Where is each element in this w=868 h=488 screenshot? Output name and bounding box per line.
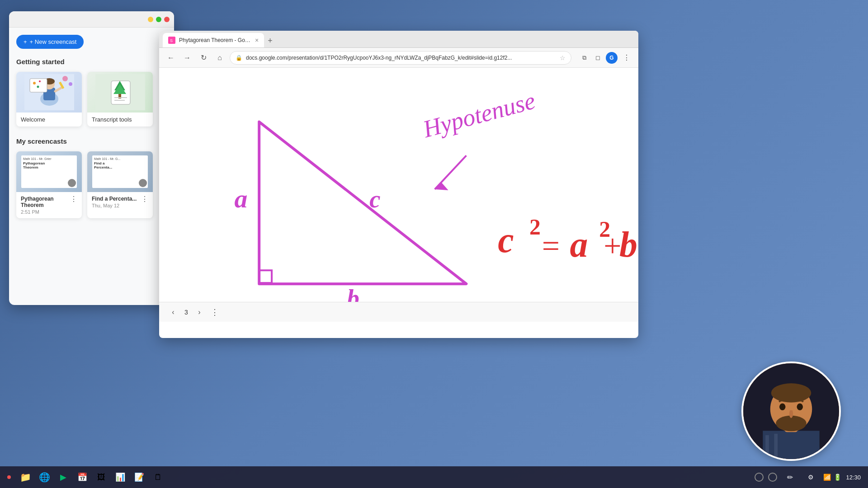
getting-started-title: Getting started	[16, 58, 167, 66]
pythagorean-menu-button[interactable]: ⋮	[70, 196, 77, 203]
webcam-overlay	[741, 361, 841, 461]
svg-point-47	[771, 383, 811, 402]
browser-tab-bar: S Phytagorean Theorem - Google × +	[159, 31, 638, 48]
svg-point-49	[779, 404, 785, 410]
screencast-card-pythagorean[interactable]: Math 101 - Mr. Grier PythagoreanTheorem …	[16, 151, 82, 218]
forward-button[interactable]: →	[181, 52, 193, 64]
percentage-menu-button[interactable]: ⋮	[141, 196, 148, 203]
percentage-title: Find a Percenta...	[92, 196, 137, 202]
thumb-title: PythagoreanTheorem	[23, 161, 75, 169]
screencast-titlebar	[9, 11, 174, 28]
slide-number: 3	[184, 309, 188, 316]
svg-point-9	[39, 80, 41, 82]
settings-status-button[interactable]: ⚙	[802, 469, 819, 485]
chrome-taskbar-icon[interactable]: 🌐	[36, 469, 52, 485]
slide-content: a b c Hypotenuse c	[159, 68, 638, 322]
wifi-icon: 📶	[823, 474, 831, 481]
slide-navigation: ‹ 3 › ⋮	[159, 302, 638, 322]
plus-icon: +	[24, 38, 27, 45]
photos-taskbar-icon[interactable]: 🖼	[93, 469, 109, 485]
camera-status	[755, 473, 764, 482]
webcam-person	[743, 363, 839, 459]
screencast-content: + + New screencast Getting started	[9, 28, 174, 305]
browser-nav: ← → ↻ ⌂ 🔒 docs.google.com/presentation/d…	[159, 48, 638, 68]
slide-main: a b c Hypotenuse c	[159, 68, 638, 302]
url-text: docs.google.com/presentation/d/1TPO2rRyg…	[246, 55, 556, 61]
transcript-tools-image	[87, 72, 153, 113]
taskbar: 📁 🌐 ▶ 📅 🖼 📊 📝 🗒	[0, 466, 868, 488]
battery-icon: 🔋	[834, 474, 841, 481]
tab-title: Phytagorean Theorem - Google	[179, 37, 251, 43]
browser-profile-avatar[interactable]: G	[606, 52, 618, 64]
transcript-tools-label: Transcript tools	[87, 113, 153, 127]
maximize-button[interactable]	[156, 17, 161, 22]
svg-text:2: 2	[529, 215, 541, 239]
browser-menu-button[interactable]: ⋮	[620, 52, 633, 64]
address-bar[interactable]: 🔒 docs.google.com/presentation/d/1TPO2rR…	[230, 51, 571, 65]
pythagorean-title: Pythagorean Theorem	[21, 196, 70, 208]
desktop: + + New screencast Getting started	[0, 0, 868, 488]
taskbar-right: ✏ ⚙ 📶 🔋 12:30	[755, 469, 861, 485]
status-circles	[755, 473, 777, 482]
svg-rect-22	[160, 68, 637, 302]
svg-text:=: =	[542, 229, 560, 263]
svg-text:b: b	[619, 225, 637, 264]
close-button[interactable]	[164, 17, 170, 22]
svg-rect-42	[763, 431, 819, 459]
tab-close-button[interactable]: ×	[255, 37, 259, 44]
pen-tool-button[interactable]: ✏	[782, 469, 798, 485]
webcam-svg	[743, 361, 839, 461]
welcome-illustration	[16, 72, 82, 113]
bookmark-icon[interactable]: ☆	[560, 54, 566, 61]
active-browser-tab[interactable]: S Phytagorean Theorem - Google ×	[163, 33, 264, 47]
home-button[interactable]: ⌂	[213, 52, 226, 64]
back-button[interactable]: ←	[165, 52, 177, 64]
clock: 12:30	[846, 474, 861, 481]
meet-taskbar-icon[interactable]: ▶	[55, 469, 71, 485]
recording-dot	[7, 475, 11, 479]
screencast-window: + + New screencast Getting started	[9, 11, 174, 305]
svg-text:+: +	[604, 229, 621, 263]
notes-taskbar-icon[interactable]: 🗒	[150, 469, 166, 485]
thumb-subtitle: Math 101 - Mr. Grier	[23, 157, 75, 160]
slide-svg: a b c Hypotenuse c	[159, 68, 638, 302]
svg-text:a: a	[234, 184, 247, 213]
svg-text:S: S	[170, 38, 173, 43]
svg-point-8	[33, 82, 36, 84]
minimize-button[interactable]	[148, 17, 153, 22]
sheets-taskbar-icon[interactable]: 📊	[112, 469, 128, 485]
docs-taskbar-icon[interactable]: 📝	[131, 469, 147, 485]
svg-point-50	[797, 404, 803, 410]
browser-extensions: ⧉ ◻ G ⋮	[579, 52, 633, 64]
slide-next-button[interactable]: ›	[193, 305, 206, 319]
transcript-tools-card[interactable]: Transcript tools	[87, 72, 153, 127]
lock-icon: 🔒	[236, 55, 242, 61]
thumb-avatar-2	[139, 179, 147, 187]
calendar-taskbar-icon[interactable]: 📅	[74, 469, 90, 485]
welcome-card[interactable]: Welcome	[16, 72, 82, 127]
new-tab-button[interactable]: +	[264, 36, 276, 46]
percentage-date: Thu, May 12	[92, 203, 137, 208]
slide-prev-button[interactable]: ‹	[166, 305, 180, 319]
new-screencast-button[interactable]: + + New screencast	[16, 35, 84, 49]
percentage-thumbnail: Math 101 - Mr. G... Find aPercenta...	[87, 151, 153, 192]
getting-started-grid: Welcome	[16, 72, 167, 127]
svg-text:a: a	[570, 225, 588, 264]
system-tray: 📶 🔋	[823, 474, 841, 481]
transcript-illustration	[87, 72, 153, 113]
extension-btn-2[interactable]: ◻	[592, 52, 603, 63]
svg-text:c: c	[498, 220, 514, 260]
screencast-card-percentage[interactable]: Math 101 - Mr. G... Find aPercenta... Fi…	[87, 151, 153, 218]
screencasts-grid: Math 101 - Mr. Grier PythagoreanTheorem …	[16, 151, 167, 218]
files-taskbar-icon[interactable]: 📁	[17, 469, 33, 485]
slide-more-button[interactable]: ⋮	[211, 307, 219, 317]
reload-button[interactable]: ↻	[197, 52, 210, 64]
transcript-svg	[95, 74, 145, 110]
tab-favicon: S	[168, 37, 175, 44]
thumb-avatar	[68, 179, 76, 187]
svg-point-10	[37, 86, 39, 88]
window-controls	[148, 17, 170, 22]
svg-rect-7	[30, 79, 47, 92]
extension-btn-1[interactable]: ⧉	[579, 52, 590, 63]
recording-indicator	[7, 475, 11, 479]
